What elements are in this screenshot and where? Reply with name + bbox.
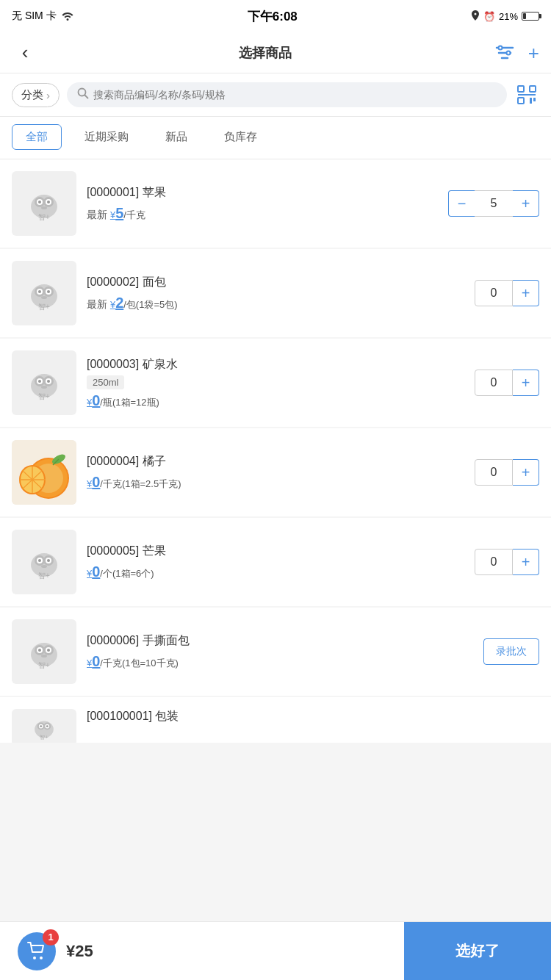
svg-point-68 [41, 655, 47, 657]
product-image: 智+ [12, 709, 76, 743]
qty-input[interactable] [475, 370, 513, 396]
svg-point-75 [40, 725, 42, 727]
qty-plus-button[interactable]: + [513, 549, 539, 575]
product-image: 智+ [12, 619, 76, 684]
qty-input[interactable] [475, 280, 513, 306]
product-name: [0000005] 芒果 [87, 544, 464, 559]
product-name: [0000003] 矿泉水 [87, 357, 464, 372]
svg-point-4 [506, 51, 510, 54]
qty-control: + [475, 549, 539, 575]
price-label: 最新 [87, 298, 110, 310]
product-spec: 250ml [87, 375, 124, 389]
product-info: [0000004] 橘子 ¥0/千克(1箱=2.5千克) [87, 454, 464, 491]
tab-recent-purchase[interactable]: 近期采购 [71, 124, 143, 150]
svg-text:智+: 智+ [38, 213, 50, 221]
svg-rect-8 [530, 86, 536, 92]
tab-negative-stock[interactable]: 负库存 [210, 124, 271, 150]
battery-percent: 21% [499, 11, 518, 22]
tab-new-product[interactable]: 新品 [151, 124, 201, 150]
nav-title: 选择商品 [38, 44, 493, 62]
orange-image-icon [12, 440, 76, 505]
price-unit: /瓶(1箱=12瓶) [100, 397, 159, 408]
product-info: [0000006] 手撕面包 ¥0/千克(1包=10千克) [87, 633, 473, 670]
product-image: 智+ [12, 530, 76, 594]
confirm-button[interactable]: 选好了 [404, 922, 551, 981]
scan-icon [516, 84, 537, 105]
placeholder-owl-icon: 智+ [24, 631, 65, 672]
record-batch-button[interactable]: 录批次 [483, 638, 539, 665]
qty-minus-button[interactable]: − [448, 190, 475, 217]
list-item: 智+ [0000001] 苹果 最新 ¥5/千克 − + [0, 159, 551, 248]
svg-point-66 [38, 649, 41, 652]
svg-text:智+: 智+ [38, 303, 50, 311]
nav-bar: ‹ 选择商品 + [0, 32, 551, 73]
qty-plus-button[interactable]: + [513, 370, 539, 396]
product-image [12, 440, 76, 505]
placeholder-owl-icon: 智+ [29, 713, 59, 742]
product-name: [0000006] 手撕面包 [87, 633, 473, 649]
cart-badge: 1 [43, 929, 59, 945]
placeholder-owl-icon: 智+ [24, 362, 65, 403]
tab-all[interactable]: 全部 [12, 124, 62, 150]
qty-input[interactable] [475, 190, 513, 217]
svg-point-37 [47, 380, 50, 383]
product-price: ¥0/千克(1箱=2.5千克) [87, 474, 464, 491]
product-info: [000100001] 包装 [87, 709, 539, 724]
status-time: 下午6:08 [248, 8, 298, 25]
scan-icon-button[interactable] [514, 82, 539, 107]
svg-point-29 [41, 296, 47, 299]
qty-control: − + [448, 190, 539, 217]
back-button[interactable]: ‹ [12, 40, 38, 66]
wifi-icon [61, 10, 74, 23]
svg-rect-7 [518, 86, 524, 92]
svg-point-20 [41, 206, 47, 209]
status-left: 无 SIM 卡 [12, 10, 74, 23]
svg-line-6 [85, 96, 88, 98]
price-unit: /千克(1包=10千克) [100, 657, 179, 669]
price-num: 0 [92, 392, 100, 408]
qty-control: + [475, 280, 539, 306]
svg-point-36 [38, 380, 41, 383]
nav-actions: + [493, 41, 539, 65]
add-icon-button[interactable]: + [528, 43, 539, 62]
price-unit: /包(1袋=5包) [123, 299, 177, 310]
svg-point-78 [33, 956, 36, 959]
svg-point-59 [41, 565, 47, 568]
search-input[interactable] [93, 89, 497, 101]
svg-point-28 [47, 290, 50, 293]
price-label: 最新 [87, 209, 110, 220]
svg-point-18 [38, 201, 41, 203]
category-arrow-icon: › [46, 89, 50, 101]
svg-rect-11 [530, 98, 532, 104]
cart-area: 1 ¥25 [0, 932, 404, 970]
list-item-partial: 智+ [000100001] 包装 [0, 697, 551, 743]
product-name: [0000001] 苹果 [87, 185, 438, 201]
cart-icon-wrap[interactable]: 1 [18, 932, 56, 970]
qty-plus-button[interactable]: + [513, 459, 539, 486]
product-price: ¥0/瓶(1箱=12瓶) [87, 392, 464, 409]
alarm-icon: ⏰ [483, 11, 495, 22]
product-image: 智+ [12, 350, 76, 415]
svg-point-19 [47, 201, 50, 203]
cart-icon [26, 941, 47, 962]
svg-point-58 [47, 559, 50, 562]
svg-text:智+: 智+ [38, 392, 50, 400]
price-num: 0 [92, 474, 100, 490]
qty-plus-button[interactable]: + [513, 190, 539, 217]
price-num: 2 [115, 295, 123, 311]
svg-rect-12 [533, 98, 536, 101]
list-item: 智+ [0000006] 手撕面包 ¥0/千克(1包=10千克) 录批次 [0, 608, 551, 696]
product-info: [0000001] 苹果 最新 ¥5/千克 [87, 185, 438, 222]
search-input-wrap [67, 82, 507, 107]
qty-plus-button[interactable]: + [513, 280, 539, 306]
qty-input[interactable] [475, 459, 513, 486]
filter-icon-button[interactable] [493, 41, 516, 65]
qty-input[interactable] [475, 549, 513, 575]
product-name: [000100001] 包装 [87, 709, 539, 724]
product-info: [0000002] 面包 最新 ¥2/包(1袋=5包) [87, 275, 464, 311]
placeholder-owl-icon: 智+ [24, 273, 65, 314]
category-button[interactable]: 分类 › [12, 83, 60, 107]
product-name: [0000002] 面包 [87, 275, 464, 290]
filter-icon [495, 44, 514, 62]
location-icon [471, 10, 480, 23]
